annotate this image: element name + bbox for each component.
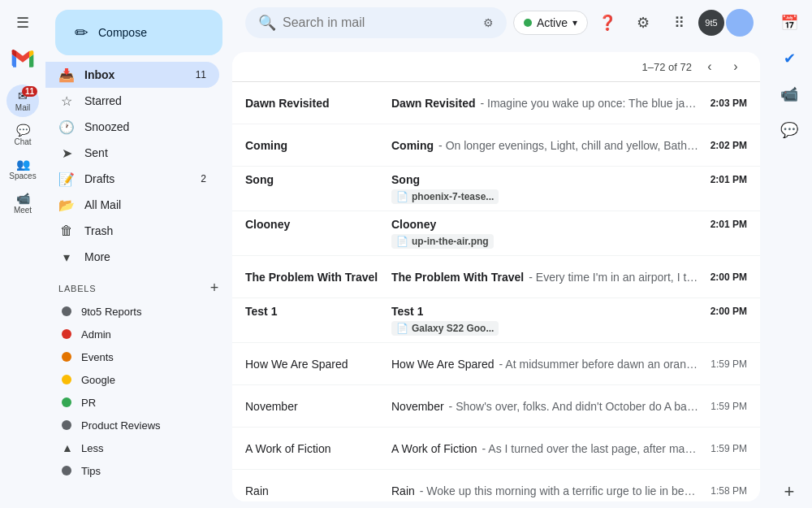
user-avatar-9to5[interactable]: 9t5	[698, 10, 724, 36]
apps-button[interactable]: ⠿	[663, 7, 695, 39]
email-sender: How We Are Spared	[245, 358, 391, 371]
drafts-badge: 2	[201, 173, 206, 185]
email-list-container: 1–72 of 72 ‹ › Dawn Revisited Dawn Revis…	[232, 52, 760, 501]
side-nav-spaces[interactable]: 👥 Spaces	[6, 153, 39, 185]
email-row[interactable]: Dawn Revisited Dawn Revisited - Imagine …	[232, 82, 760, 124]
menu-button[interactable]: ☰	[6, 7, 39, 39]
email-sender: Rain	[245, 484, 391, 497]
snoozed-icon: 🕐	[58, 119, 75, 135]
right-panel-meet[interactable]: 📹	[773, 78, 806, 111]
right-panel-chat[interactable]: 💬	[773, 114, 806, 146]
label-dot-9to5reports	[62, 306, 71, 316]
email-snippet: - Show's over, folks. And didn't October…	[449, 400, 698, 413]
email-row[interactable]: Song Song 2:01 PM 📄 phoenix-7-tease...	[232, 167, 760, 211]
label-less[interactable]: ▲ Less	[58, 436, 232, 459]
add-label-button[interactable]: +	[210, 280, 219, 297]
attachment-icon: 📄	[396, 236, 408, 247]
email-sender: The Problem With Travel	[245, 271, 391, 284]
nav-starred-label: Starred	[84, 94, 206, 107]
user-avatar-main[interactable]	[726, 9, 754, 37]
label-dot-product-reviews	[62, 420, 71, 430]
side-nav-spaces-label: Spaces	[9, 172, 36, 180]
side-nav-meet[interactable]: 📹 Meet	[6, 187, 39, 219]
email-time: 2:03 PM	[698, 98, 747, 109]
label-dot-admin	[62, 329, 71, 339]
nav-sent-label: Sent	[84, 146, 206, 159]
label-google[interactable]: Google	[58, 368, 232, 391]
attachment-chip: 📄 up-in-the-air.png	[391, 234, 494, 249]
label-admin[interactable]: Admin	[58, 323, 232, 345]
email-row[interactable]: How We Are Spared How We Are Spared - At…	[232, 343, 760, 385]
right-panel: 📅 ✔ 📹 💬 +	[767, 0, 812, 508]
top-bar-right: Active ▾ ❓ ⚙ ⠿ 9t5	[513, 7, 754, 39]
side-nav-chat[interactable]: 💬 Chat	[6, 119, 39, 151]
email-row[interactable]: Clooney Clooney 2:01 PM 📄 up-in-the-air.…	[232, 211, 760, 256]
email-subject: November	[391, 400, 444, 413]
help-button[interactable]: ❓	[591, 7, 624, 39]
attachment-icon: 📄	[396, 323, 408, 334]
email-row[interactable]: The Problem With Travel The Problem With…	[232, 256, 760, 298]
settings-button[interactable]: ⚙	[627, 7, 659, 39]
email-row[interactable]: Rain Rain - Woke up this morning with a …	[232, 470, 760, 501]
next-page-button[interactable]: ›	[724, 55, 747, 78]
nav-item-starred[interactable]: ☆ Starred	[45, 88, 219, 114]
active-status-badge[interactable]: Active ▾	[513, 11, 588, 35]
email-subject: Clooney	[391, 218, 436, 231]
attachment-icon: 📄	[396, 191, 408, 202]
email-subject: Coming	[391, 139, 434, 152]
nav-item-inbox[interactable]: 📥 Inbox 11	[45, 62, 219, 88]
nav-drafts-label: Drafts	[84, 172, 191, 185]
chat-icon: 💬	[16, 124, 30, 137]
mail-badge: 11	[22, 86, 37, 97]
nav-item-drafts[interactable]: 📝 Drafts 2	[45, 166, 219, 192]
label-product-reviews[interactable]: Product Reviews	[58, 414, 232, 436]
nav-item-more[interactable]: ▾ More	[45, 244, 219, 270]
side-nav-mail[interactable]: ✉ 11 Mail	[6, 85, 39, 117]
email-content: Dawn Revisited - Imagine you wake up onc…	[391, 97, 698, 110]
label-dot-google	[62, 375, 71, 384]
label-events[interactable]: Events	[58, 345, 232, 368]
email-sender: A Work of Fiction	[245, 442, 391, 455]
active-chevron-icon: ▾	[572, 17, 577, 28]
inbox-badge: 11	[196, 69, 206, 80]
search-icon: 🔍	[258, 14, 276, 32]
nav-panel: ✏ Compose 📥 Inbox 11 ☆ Starred 🕐 Snoozed…	[45, 0, 232, 508]
email-row-top: Clooney Clooney 2:01 PM	[245, 218, 747, 231]
avatar-group: 9t5	[698, 9, 754, 37]
right-panel-tasks[interactable]: ✔	[773, 42, 806, 75]
nav-item-all-mail[interactable]: 📂 All Mail	[45, 192, 219, 218]
nav-item-sent[interactable]: ➤ Sent	[45, 140, 219, 166]
label-pr-text: PR	[81, 397, 96, 409]
right-panel-calendar[interactable]: 📅	[773, 7, 806, 39]
nav-all-mail-label: All Mail	[84, 198, 206, 211]
prev-page-button[interactable]: ‹	[698, 55, 721, 78]
nav-inbox-label: Inbox	[84, 68, 186, 81]
compose-button[interactable]: ✏ Compose	[55, 10, 222, 55]
email-sender: November	[245, 400, 391, 413]
all-mail-icon: 📂	[58, 198, 75, 213]
email-content: A Work of Fiction - As I turned over the…	[391, 442, 698, 455]
email-row[interactable]: A Work of Fiction A Work of Fiction - As…	[232, 428, 760, 470]
email-row[interactable]: November November - Show's over, folks. …	[232, 385, 760, 428]
nav-item-snoozed[interactable]: 🕐 Snoozed	[45, 114, 219, 140]
label-9to5reports-text: 9to5 Reports	[81, 306, 141, 318]
nav-item-trash[interactable]: 🗑 Trash	[45, 218, 219, 244]
search-bar[interactable]: 🔍 ⚙	[245, 7, 507, 38]
label-tips[interactable]: Tips	[58, 459, 232, 482]
email-sender: Song	[245, 173, 391, 186]
label-events-text: Events	[81, 351, 114, 363]
email-time: 2:00 PM	[698, 306, 747, 317]
label-pr[interactable]: PR	[58, 391, 232, 414]
email-row[interactable]: Coming Coming - On longer evenings, Ligh…	[232, 124, 760, 167]
email-sender: Coming	[245, 139, 391, 152]
nav-trash-label: Trash	[84, 224, 206, 237]
email-time: 1:59 PM	[698, 358, 747, 370]
label-9to5reports[interactable]: 9to5 Reports	[58, 300, 232, 323]
add-panel-button[interactable]: +	[773, 475, 806, 508]
email-subject: Song	[391, 173, 420, 186]
email-row[interactable]: Test 1 Test 1 2:00 PM 📄 Galaxy S22 Goo..…	[232, 298, 760, 343]
search-input[interactable]	[283, 15, 477, 30]
compose-icon: ✏	[75, 23, 89, 42]
search-filter-icon[interactable]: ⚙	[483, 16, 494, 29]
labels-header: Labels +	[58, 276, 219, 300]
